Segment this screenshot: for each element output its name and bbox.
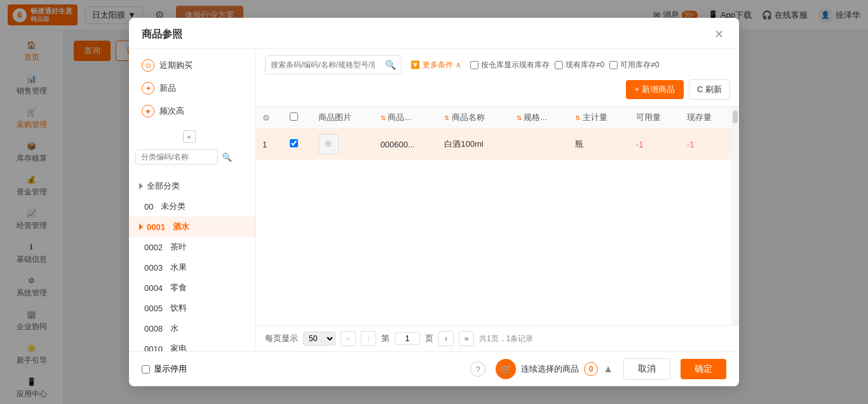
next-page-btn[interactable]: › <box>438 331 454 346</box>
new-icon: ✦ <box>142 82 154 95</box>
add-product-btn[interactable]: + 新增商品 <box>626 80 684 99</box>
modal: 商品参照 ✕ ⊙ 近期购买 ✦ 新品 ★ 频次高 <box>129 18 739 386</box>
left-nav-new[interactable]: ✦ 新品 <box>135 78 249 98</box>
row-unit: 瓶 <box>569 129 630 160</box>
cart-icon: 🛒 <box>499 363 512 375</box>
table-body: 1 图 000600... 白酒100ml 瓶 -1 <box>256 129 731 160</box>
category-item-0005[interactable]: 0005 饮料 <box>129 298 255 318</box>
modal-left-top: ⊙ 近期购买 ✦ 新品 ★ 频次高 <box>129 55 255 128</box>
product-table: ⚙ 商品图片 ⇅ 商品... <box>256 107 731 160</box>
sort-icon: ⇅ <box>381 114 386 121</box>
category-list: 全部分类 00 未分类 0001 酒水 0002 <box>129 173 255 351</box>
refresh-btn[interactable]: C 刷新 <box>689 79 730 100</box>
last-page-btn[interactable]: » <box>459 331 474 346</box>
category-item-0002[interactable]: 0002 茶叶 <box>129 237 255 257</box>
filter-icon: 🔽 <box>410 60 420 69</box>
modal-body: ⊙ 近期购买 ✦ 新品 ★ 频次高 « <box>129 49 739 351</box>
category-item-0010[interactable]: 0010 家电 <box>129 339 255 351</box>
selected-count-badge: 0 <box>584 362 598 376</box>
continuous-select: 🛒 连续选择的商品 0 ▲ <box>496 359 613 379</box>
page-size-select[interactable]: 10 20 50 100 <box>303 332 336 346</box>
select-all-checkbox[interactable] <box>290 112 298 121</box>
page-number-input[interactable] <box>395 332 420 345</box>
filter-btn[interactable]: 🔽 更多条件 ∧ <box>407 60 465 71</box>
sort-icon: ⇅ <box>517 114 522 121</box>
table-row[interactable]: 1 图 000600... 白酒100ml 瓶 -1 <box>256 129 731 160</box>
filter-chevron: ∧ <box>456 60 461 69</box>
collapse-left-btn[interactable]: « <box>183 130 196 143</box>
table-header-unit[interactable]: ⇅ 主计量 <box>569 107 630 129</box>
row-code: 000600... <box>374 129 438 160</box>
confirm-btn[interactable]: 确定 <box>681 359 726 379</box>
modal-toolbar: 🔍 🔽 更多条件 ∧ 按仓库显示现有库存 现有库存≠0 <box>256 49 739 107</box>
first-page-btn[interactable]: « <box>341 331 356 346</box>
category-item-0001[interactable]: 0001 酒水 <box>129 217 255 237</box>
table-header-spec[interactable]: ⇅ 规格... <box>510 107 569 129</box>
checkbox-warehouse[interactable]: 按仓库显示现有库存 <box>470 60 550 71</box>
left-nav-frequency[interactable]: ★ 频次高 <box>135 101 249 121</box>
product-image: 图 <box>318 134 339 154</box>
category-item-0004[interactable]: 0004 零食 <box>129 278 255 298</box>
category-item-0003[interactable]: 0003 水果 <box>129 257 255 278</box>
table-header-available: 可用量 <box>630 107 681 129</box>
modal-title: 商品参照 <box>142 28 182 41</box>
footer-right: ? 🛒 连续选择的商品 0 ▲ 取消 确定 <box>470 358 726 380</box>
table-header-gear[interactable]: ⚙ <box>256 107 283 129</box>
row-stock: -1 <box>681 129 731 160</box>
show-disabled-checkbox[interactable] <box>142 365 150 374</box>
category-item-0008[interactable]: 0008 水 <box>129 318 255 339</box>
product-search-input[interactable] <box>266 56 380 74</box>
table-header: ⚙ 商品图片 ⇅ 商品... <box>256 107 731 129</box>
row-img: 图 <box>312 129 374 160</box>
table-header-code[interactable]: ⇅ 商品... <box>374 107 438 129</box>
table-scrollbar[interactable] <box>731 107 739 325</box>
product-table-container: ⚙ 商品图片 ⇅ 商品... <box>256 107 731 325</box>
modal-footer: 显示停用 ? 🛒 连续选择的商品 0 ▲ 取消 确定 <box>129 351 739 386</box>
active-expand-icon <box>139 224 143 230</box>
category-search-icon[interactable]: 🔍 <box>222 152 232 162</box>
scrollbar-thumb[interactable] <box>733 111 738 123</box>
checkbox-stock-nonzero-input[interactable] <box>555 61 563 69</box>
modal-header: 商品参照 ✕ <box>129 18 739 49</box>
modal-close-button[interactable]: ✕ <box>711 27 726 42</box>
cancel-btn[interactable]: 取消 <box>623 358 670 380</box>
prev-page-btn[interactable]: ‹ <box>361 331 376 346</box>
row-no: 1 <box>256 129 283 160</box>
help-icon[interactable]: ? <box>470 361 485 377</box>
sort-icon: ⇅ <box>575 114 580 121</box>
table-header-name[interactable]: ⇅ 商品名称 <box>438 107 510 129</box>
checkbox-available-nonzero[interactable]: 可用库存≠0 <box>609 60 659 71</box>
checkbox-available-nonzero-input[interactable] <box>609 61 618 69</box>
table-header-stock: 现存量 <box>681 107 731 129</box>
category-item-all[interactable]: 全部分类 <box>129 176 255 196</box>
sort-icon: ⇅ <box>444 114 449 121</box>
pagination-bar: 每页显示 10 20 50 100 « ‹ 第 页 › » 共1页，1条记录 <box>256 325 739 351</box>
cart-icon-btn[interactable]: 🛒 <box>496 359 516 379</box>
modal-left-panel: ⊙ 近期购买 ✦ 新品 ★ 频次高 « <box>129 49 256 351</box>
category-search-row: 🔍 <box>129 145 255 168</box>
search-icon-btn[interactable]: 🔍 <box>380 60 401 70</box>
category-item-unclassified[interactable]: 00 未分类 <box>129 196 255 217</box>
product-search-bar[interactable]: 🔍 <box>265 55 402 74</box>
row-spec <box>510 129 569 160</box>
left-nav-recent[interactable]: ⊙ 近期购买 <box>135 55 249 76</box>
table-header-checkbox[interactable] <box>283 107 312 129</box>
recent-icon: ⊙ <box>142 59 154 72</box>
frequency-icon: ★ <box>142 105 154 118</box>
expand-icon <box>139 183 143 189</box>
total-info: 共1页，1条记录 <box>479 333 533 344</box>
collapse-up-btn[interactable]: ▲ <box>603 363 613 375</box>
footer-left: 显示停用 <box>142 363 187 375</box>
row-available: -1 <box>630 129 681 160</box>
row-name: 白酒100ml <box>438 129 510 160</box>
toolbar-right: + 新增商品 C 刷新 <box>626 79 730 100</box>
modal-overlay: 商品参照 ✕ ⊙ 近期购买 ✦ 新品 ★ 频次高 <box>0 0 868 404</box>
category-search-input[interactable] <box>135 149 218 165</box>
checkbox-stock-nonzero[interactable]: 现有库存≠0 <box>555 60 604 71</box>
row-checkbox[interactable] <box>283 129 312 160</box>
table-header-img: 商品图片 <box>312 107 374 129</box>
modal-right-panel: 🔍 🔽 更多条件 ∧ 按仓库显示现有库存 现有库存≠0 <box>256 49 739 351</box>
checkbox-warehouse-input[interactable] <box>470 61 478 69</box>
